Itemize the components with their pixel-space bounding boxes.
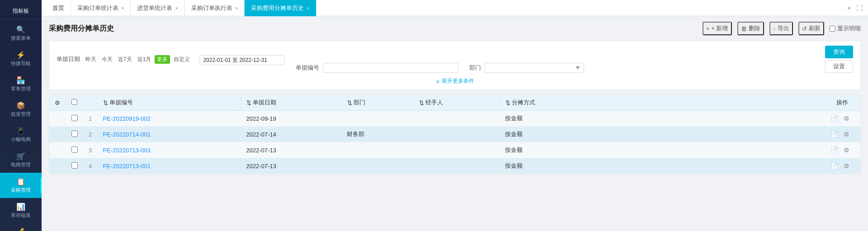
- query-settings-col: 查询 设置: [820, 46, 853, 73]
- tab-close-all-button[interactable]: ×: [846, 4, 852, 13]
- sort-handler-icon: ⇅: [419, 99, 424, 106]
- table-row: 1 PE-20220919-002 2022-09-19 按金额 📄 ⚙: [49, 111, 860, 127]
- td-doc-date-2: 2022-07-13: [241, 142, 342, 158]
- export-button[interactable]: ↑ 导出: [769, 22, 793, 35]
- expand-conditions-button[interactable]: ∨ 展开更多条件: [436, 77, 474, 85]
- date-btn-yesterday[interactable]: 昨天: [84, 55, 98, 64]
- tab-home[interactable]: 首页: [46, 0, 71, 16]
- more-icon-3[interactable]: ⚙: [843, 161, 850, 170]
- doc-no-link-1[interactable]: PE-20220714-001: [103, 131, 151, 138]
- sort-dept-icon: ⇅: [347, 99, 352, 106]
- sidebar-item-retail[interactable]: 🏪 零售管理: [0, 71, 42, 97]
- tab-purchase-cost-hist[interactable]: 采购费用分摊单历史 ×: [245, 0, 316, 16]
- sidebar-item-finance[interactable]: 💰 资金管理: [0, 223, 42, 231]
- edit-icon-3[interactable]: 📄: [830, 161, 839, 170]
- sidebar-item-search-label: 搜索菜单: [2, 35, 40, 42]
- sidebar-item-wholesale-label: 批发管理: [2, 111, 40, 118]
- td-index-2: 3: [83, 142, 98, 158]
- page-content: 采购费用分摊单历史 + + 新增 🗑 删除 ↑ 导出 ↺ 刷新: [42, 16, 868, 231]
- date-btn-7days[interactable]: 近7天: [116, 55, 134, 64]
- row-checkbox-0[interactable]: [71, 115, 78, 121]
- tab-purchase-order-stat-close[interactable]: ×: [121, 5, 124, 11]
- select-all-checkbox[interactable]: [71, 99, 77, 105]
- doc-no-input[interactable]: [323, 63, 458, 73]
- dept-select[interactable]: [485, 63, 584, 73]
- sidebar-item-inventory[interactable]: 📊 库存核算: [0, 198, 42, 223]
- td-handler-1: [413, 127, 500, 142]
- doc-no-link-2[interactable]: PE-20220713-003: [103, 147, 151, 154]
- filter-group-date: 单据日期 昨天 今天 近7天 近1月 更多 自定义: [57, 53, 285, 65]
- page-actions: + + 新增 🗑 删除 ↑ 导出 ↺ 刷新 显示明细: [703, 22, 861, 35]
- th-dept-sort[interactable]: ⇅ 部门: [347, 99, 408, 107]
- edit-icon-2[interactable]: 📄: [830, 146, 839, 155]
- td-doc-no-1: PE-20220714-001: [98, 127, 241, 142]
- sidebar-logo: 指标板: [0, 4, 42, 19]
- sidebar-item-search[interactable]: 🔍 搜索菜单: [0, 21, 42, 46]
- sidebar-item-purchase[interactable]: 📋 采购管理: [0, 173, 42, 198]
- doc-no-link-3[interactable]: PE-20220713-001: [103, 163, 151, 170]
- th-split-method[interactable]: ⇅ 分摊方式: [500, 95, 824, 111]
- settings-icon: ⚙: [55, 99, 60, 106]
- delete-button[interactable]: 🗑 删除: [737, 22, 764, 35]
- filter-settings-button[interactable]: 设置: [825, 60, 853, 73]
- td-settings-2: [49, 142, 66, 158]
- more-icon-0[interactable]: ⚙: [843, 114, 850, 123]
- row-checkbox-3[interactable]: [71, 162, 78, 169]
- doc-no-link-0[interactable]: PE-20220919-002: [103, 115, 151, 122]
- show-cols-checkbox[interactable]: [830, 26, 835, 32]
- table-wrap: ⚙ ⇅ 单据编号: [49, 94, 861, 174]
- sidebar-item-quick[interactable]: ⚡ 快捷导航: [0, 46, 42, 71]
- more-icon-1[interactable]: ⚙: [843, 130, 850, 139]
- edit-icon-0[interactable]: 📄: [830, 114, 839, 123]
- query-button[interactable]: 查询: [825, 46, 853, 58]
- td-index-1: 2: [83, 127, 98, 142]
- th-ops-label: 操作: [836, 99, 848, 106]
- th-split-method-sort[interactable]: ⇅ 分摊方式: [505, 99, 819, 107]
- date-btn-more[interactable]: 更多: [155, 55, 170, 64]
- refresh-button[interactable]: ↺ 刷新: [798, 22, 824, 35]
- edit-icon-1[interactable]: 📄: [830, 130, 839, 139]
- sidebar-item-mini[interactable]: 📱 小畅电商: [0, 122, 42, 147]
- th-doc-date[interactable]: ⇅ 单据日期: [241, 95, 342, 111]
- more-icon-2[interactable]: ⚙: [843, 146, 850, 155]
- th-ops: 操作: [824, 95, 860, 111]
- td-ops-0: 📄 ⚙: [824, 111, 860, 127]
- th-dept[interactable]: ⇅ 部门: [341, 95, 413, 111]
- td-index-0: 1: [83, 111, 98, 127]
- tab-inbound-stat[interactable]: 进货单统计表 ×: [131, 0, 184, 16]
- td-handler-3: [413, 158, 500, 174]
- td-dept-2: [341, 142, 413, 158]
- td-checkbox-0: [66, 111, 83, 127]
- date-range-input[interactable]: [199, 55, 285, 65]
- sidebar-item-ecom[interactable]: 🛒 电商管理: [0, 147, 42, 173]
- filter-group-dept: 部门: [469, 63, 809, 73]
- date-btn-today[interactable]: 今天: [100, 55, 114, 64]
- tab-purchase-exec-close[interactable]: ×: [235, 5, 238, 11]
- th-settings[interactable]: ⚙: [49, 95, 66, 111]
- th-doc-no[interactable]: ⇅ 单据编号: [98, 95, 241, 111]
- th-doc-no-sort[interactable]: ⇅ 单据编号: [103, 99, 235, 107]
- td-split-method-3: 按金额: [500, 158, 824, 174]
- tab-inbound-stat-close[interactable]: ×: [175, 5, 178, 11]
- show-cols-toggle[interactable]: 显示明细: [830, 24, 861, 33]
- th-handler-sort[interactable]: ⇅ 经手人: [419, 99, 494, 107]
- th-doc-date-sort[interactable]: ⇅ 单据日期: [246, 99, 336, 107]
- add-button[interactable]: + + 新增: [703, 22, 732, 35]
- tab-purchase-exec[interactable]: 采购订单执行表 ×: [185, 0, 245, 16]
- row-checkbox-1[interactable]: [71, 131, 78, 137]
- export-icon: ↑: [773, 25, 776, 32]
- th-handler[interactable]: ⇅ 经手人: [413, 95, 500, 111]
- td-handler-2: [413, 142, 500, 158]
- date-btn-custom[interactable]: 自定义: [172, 55, 192, 64]
- tab-purchase-order-stat-label: 采购订单统计表: [77, 4, 118, 12]
- date-btn-1month[interactable]: 近1月: [136, 55, 153, 64]
- sidebar-item-wholesale[interactable]: 📦 批发管理: [0, 97, 42, 122]
- th-dept-label: 部门: [354, 99, 365, 107]
- tab-purchase-exec-label: 采购订单执行表: [191, 4, 232, 12]
- filter-row-main: 单据日期 昨天 今天 近7天 近1月 更多 自定义 单据编号: [57, 46, 853, 73]
- tab-maximize-button[interactable]: ⛶: [855, 4, 863, 13]
- sidebar-item-inventory-label: 库存核算: [2, 212, 40, 219]
- row-checkbox-2[interactable]: [71, 146, 78, 153]
- tab-purchase-order-stat[interactable]: 采购订单统计表 ×: [71, 0, 131, 16]
- tab-purchase-cost-hist-close[interactable]: ×: [307, 5, 309, 11]
